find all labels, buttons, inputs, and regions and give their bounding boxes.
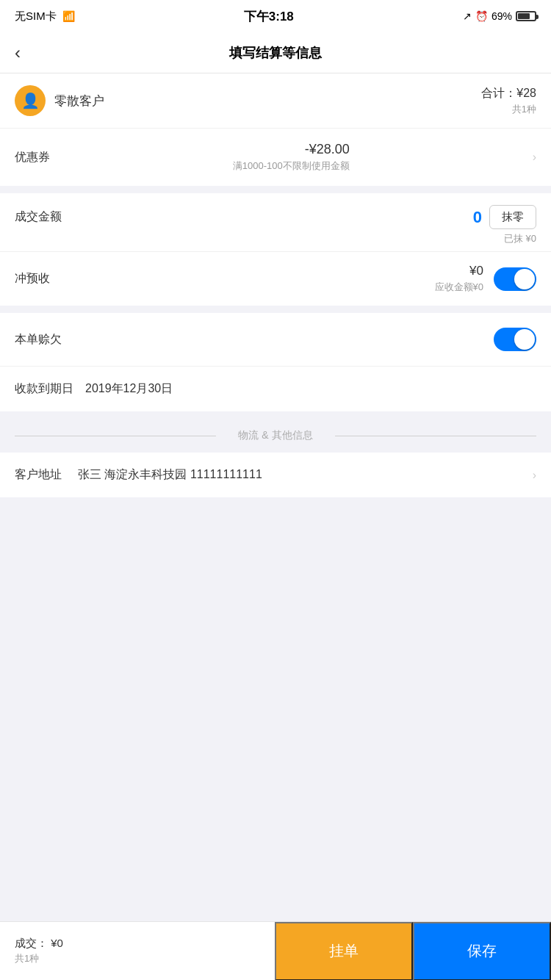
customer-section: 👤 零散客户 合计：¥28 共1种 优惠券 -¥28.00 满1000-100不… <box>0 73 551 186</box>
transaction-label: 成交： <box>15 937 48 949</box>
address-row[interactable]: 客户地址 张三 海淀永丰科技园 11111111111 › <box>0 453 551 497</box>
round-zero-button[interactable]: 抹零 <box>489 205 536 229</box>
deal-sub: 已抹 ¥0 <box>15 232 536 245</box>
coupon-row[interactable]: 优惠券 -¥28.00 满1000-100不限制使用金额 › <box>0 128 551 186</box>
deal-amount-row: 成交金额 0 抹零 已抹 ¥0 <box>0 193 551 251</box>
customer-right: 合计：¥28 共1种 <box>481 86 536 116</box>
deal-amount-label: 成交金额 <box>15 209 62 225</box>
deal-section: 成交金额 0 抹零 已抹 ¥0 冲预收 ¥0 应收金额¥0 <box>0 193 551 306</box>
due-date-value: 2019年12月30日 <box>85 381 173 397</box>
debit-toggle[interactable] <box>494 328 536 351</box>
bottom-transaction: 成交： ¥0 <box>15 937 260 951</box>
coupon-description: 满1000-100不限制使用金额 <box>233 159 350 173</box>
bottom-count: 共1种 <box>15 952 260 965</box>
back-button[interactable]: ‹ <box>15 43 21 63</box>
prepay-toggle[interactable] <box>494 267 536 291</box>
battery-icon <box>516 11 536 21</box>
page-title: 填写结算等信息 <box>229 44 322 62</box>
hold-button[interactable]: 挂单 <box>275 922 413 981</box>
coupon-amount: -¥28.00 <box>233 142 350 157</box>
prepay-receivable: 应收金额¥0 <box>435 281 483 294</box>
prepay-right: ¥0 应收金额¥0 <box>435 264 536 294</box>
address-value: 张三 海淀永丰科技园 11111111111 <box>78 467 533 483</box>
transaction-value: ¥0 <box>51 937 63 949</box>
deal-right: 0 抹零 <box>473 205 536 229</box>
wifi-icon: 📶 <box>62 10 75 22</box>
avatar-icon: 👤 <box>21 92 40 109</box>
divider-text: 物流 & 其他信息 <box>231 429 320 442</box>
deal-value: 0 <box>473 208 482 227</box>
due-date-label: 收款到期日 <box>15 381 73 397</box>
alarm-icon: ⏰ <box>475 10 488 22</box>
bottom-left: 成交： ¥0 共1种 <box>0 937 275 965</box>
customer-row: 👤 零散客户 合计：¥28 共1种 <box>0 73 551 128</box>
prepay-row: 冲预收 ¥0 应收金额¥0 <box>0 251 551 306</box>
status-bar: 无SIM卡 📶 下午3:18 ↗ ⏰ 69% <box>0 0 551 32</box>
bottom-bar: 成交： ¥0 共1种 挂单 保存 <box>0 921 551 980</box>
debit-label: 本单赊欠 <box>15 332 62 347</box>
battery-label: 69% <box>491 10 512 22</box>
total-label: 合计：¥28 <box>481 86 536 101</box>
spacer <box>0 505 551 578</box>
customer-left: 👤 零散客户 <box>15 85 104 116</box>
debit-row: 本单赊欠 <box>0 313 551 366</box>
address-chevron-icon: › <box>533 469 536 482</box>
debit-section: 本单赊欠 收款到期日 2019年12月30日 <box>0 313 551 411</box>
coupon-label: 优惠券 <box>15 150 50 165</box>
avatar: 👤 <box>15 85 46 116</box>
prepay-label: 冲预收 <box>15 271 50 287</box>
debit-toggle-knob <box>514 329 535 350</box>
coupon-right: -¥28.00 满1000-100不限制使用金额 <box>233 142 350 173</box>
no-sim-label: 无SIM卡 <box>15 10 57 24</box>
customer-name: 零散客户 <box>54 93 104 109</box>
divider-section: 物流 & 其他信息 <box>0 419 551 453</box>
chevron-right-icon: › <box>533 151 536 164</box>
address-label: 客户地址 <box>15 467 66 483</box>
status-time: 下午3:18 <box>244 8 294 25</box>
status-right: ↗ ⏰ 69% <box>463 10 536 22</box>
address-section: 客户地址 张三 海淀永丰科技园 11111111111 › <box>0 453 551 497</box>
total-count: 共1种 <box>481 103 536 116</box>
deal-top: 成交金额 0 抹零 <box>15 205 536 229</box>
divider-line-right <box>335 436 536 436</box>
nav-bar: ‹ 填写结算等信息 <box>0 32 551 73</box>
due-date-row: 收款到期日 2019年12月30日 <box>0 366 551 411</box>
save-button[interactable]: 保存 <box>413 922 551 981</box>
prepay-amount: ¥0 <box>435 264 483 278</box>
location-icon: ↗ <box>463 10 472 22</box>
divider-line-left <box>15 436 216 436</box>
status-left: 无SIM卡 📶 <box>15 10 75 24</box>
toggle-knob <box>514 269 535 289</box>
prepay-amounts: ¥0 应收金额¥0 <box>435 264 483 294</box>
